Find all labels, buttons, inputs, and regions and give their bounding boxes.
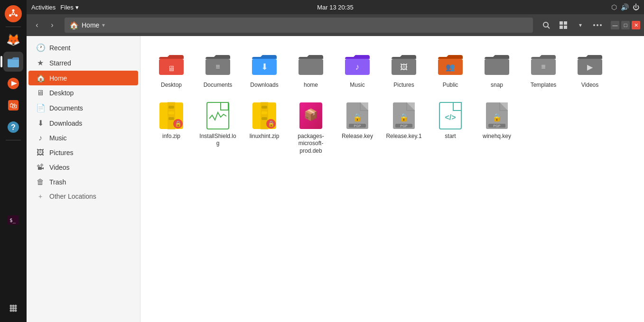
folder-pictures[interactable]: 🖼 Pictures (383, 46, 425, 93)
svg-point-23 (12, 310, 15, 312)
file-release-key-icon: 🔒 PGP (342, 101, 373, 131)
file-release-key[interactable]: 🔒 PGP Release.key (336, 97, 379, 159)
svg-text:🖼: 🖼 (400, 63, 408, 71)
svg-point-1 (12, 9, 15, 12)
folder-home-label: home (304, 82, 318, 89)
svg-point-31 (593, 24, 595, 26)
file-info-zip-label: info.zip (162, 133, 180, 140)
sidebar-item-home[interactable]: 🏠 Home (28, 71, 138, 85)
file-release-key-1[interactable]: 🔒 PGP Release.key.1 (383, 97, 425, 159)
svg-rect-27 (560, 21, 563, 25)
svg-rect-7 (8, 59, 19, 67)
file-manager-window: ‹ › 🏠 Home ▾ ▾ (27, 14, 644, 322)
folder-videos-icon: ▶ (575, 49, 605, 80)
dock-item-software[interactable]: 🛍 (3, 95, 23, 115)
sidebar-item-recent[interactable]: 🕐 Recent (28, 40, 138, 55)
sidebar-item-trash[interactable]: 🗑 Trash (28, 175, 138, 189)
dock-item-files[interactable] (3, 52, 23, 72)
file-packages-deb[interactable]: 📦 packages-microsoft-prod.deb (289, 97, 332, 159)
location-bar[interactable]: 🏠 Home ▾ (65, 18, 533, 33)
sidebar-item-downloads[interactable]: ⬇ Downloads (28, 116, 138, 130)
dock-item-terminal[interactable]: $_ (3, 210, 23, 230)
folder-downloads-icon: ⬇ (249, 49, 280, 80)
documents-sidebar-icon: 📄 (36, 103, 45, 112)
sidebar-label-desktop: Desktop (49, 89, 74, 97)
activities-button[interactable]: Activities (31, 4, 56, 11)
svg-text:♪: ♪ (355, 62, 360, 72)
file-packages-deb-icon: 📦 (296, 101, 326, 131)
sidebar-label-videos: Videos (49, 164, 70, 171)
svg-point-3 (15, 14, 18, 17)
menu-button[interactable] (590, 18, 605, 33)
network-icon[interactable]: ⬡ (611, 3, 617, 11)
file-winehq-key-icon: 🔒 PGP (482, 101, 512, 131)
folder-documents[interactable]: ≡ Documents (196, 46, 239, 93)
dock-item-apps[interactable] (3, 298, 23, 318)
svg-rect-57 (221, 102, 228, 110)
minimize-button[interactable]: — (611, 21, 619, 29)
folder-music[interactable]: ♪ Music (336, 46, 379, 93)
recent-icon: 🕐 (36, 43, 45, 52)
file-info-zip[interactable]: 🔒 info.zip (150, 97, 193, 159)
sidebar-label-downloads: Downloads (49, 120, 82, 127)
sidebar-item-videos[interactable]: 📽 Videos (28, 160, 138, 175)
dock-item-firefox[interactable]: 🦊 (3, 30, 23, 50)
file-winehq-key-label: winehq.key (483, 133, 511, 140)
folder-videos[interactable]: ▶ Videos (569, 46, 611, 93)
sidebar-item-starred[interactable]: ★ Starred (28, 55, 138, 70)
search-button[interactable] (539, 18, 554, 33)
dock-item-help[interactable]: ? (3, 117, 23, 137)
files-menu-arrow: ▾ (75, 4, 79, 11)
home-sidebar-icon: 🏠 (36, 74, 45, 83)
sound-icon[interactable]: 🔊 (621, 3, 629, 11)
pictures-sidebar-icon: 🖼 (36, 148, 45, 157)
forward-button[interactable]: › (46, 18, 59, 32)
back-button[interactable]: ‹ (30, 18, 44, 32)
file-start-icon: </> (435, 101, 466, 131)
sidebar-item-pictures[interactable]: 🖼 Pictures (28, 146, 138, 160)
view-toggle-button[interactable] (556, 18, 571, 33)
svg-text:⬇: ⬇ (261, 62, 268, 72)
svg-point-21 (15, 307, 17, 310)
file-installshield-log-label: InstallShield.log (199, 133, 237, 147)
file-linuxhint-zip[interactable]: 🔒 linuxhint.zip (243, 97, 286, 159)
content-area: 🕐 Recent ★ Starred 🏠 Home 🖥 Desktop 📄 Do… (27, 36, 644, 322)
svg-rect-61 (261, 111, 267, 114)
sort-dropdown-button[interactable]: ▾ (573, 18, 588, 33)
file-start[interactable]: </> start (429, 97, 472, 159)
files-menu[interactable]: Files ▾ (60, 4, 78, 11)
sidebar-item-desktop[interactable]: 🖥 Desktop (28, 86, 138, 100)
sidebar-label-pictures: Pictures (49, 149, 74, 156)
system-bar: Activities Files ▾ Mar 13 20:35 ⬡ 🔊 ⏻ (27, 0, 644, 14)
sidebar-item-documents[interactable]: 📄 Documents (28, 101, 138, 115)
file-winehq-key[interactable]: 🔒 PGP winehq.key (476, 97, 518, 159)
folder-snap[interactable]: snap (476, 46, 518, 93)
dock: 🦊 🛍 ? $_ (0, 0, 27, 322)
sidebar-label-recent: Recent (49, 44, 70, 52)
sidebar-item-music[interactable]: ♪ Music (28, 131, 138, 145)
folder-home[interactable]: home (289, 46, 332, 93)
downloads-sidebar-icon: ⬇ (36, 119, 45, 128)
folder-videos-label: Videos (581, 82, 598, 89)
dock-item-rhythmbox[interactable] (3, 74, 23, 93)
sidebar-label-other-locations: Other Locations (49, 193, 96, 200)
folder-templates-label: Templates (531, 82, 557, 89)
location-dropdown-arrow[interactable]: ▾ (102, 22, 105, 28)
folder-templates[interactable]: ≡ Templates (522, 46, 565, 93)
sidebar-item-other-locations[interactable]: + Other Locations (28, 190, 138, 203)
folder-downloads-label: Downloads (250, 82, 278, 89)
svg-text:</>: </> (445, 113, 456, 121)
file-installshield-log[interactable]: InstallShield.log (196, 97, 239, 159)
maximize-button[interactable]: □ (621, 21, 630, 29)
folder-documents-label: Documents (204, 82, 233, 89)
folder-downloads[interactable]: ⬇ Downloads (243, 46, 286, 93)
dock-item-ubuntu[interactable] (3, 4, 23, 24)
system-bar-datetime: Mar 13 20:35 (317, 4, 354, 11)
folder-desktop[interactable]: 🖥 Desktop (150, 46, 193, 93)
close-button[interactable]: ✕ (632, 21, 640, 29)
starred-icon: ★ (36, 58, 45, 67)
window-controls: — □ ✕ (611, 21, 640, 29)
folder-public[interactable]: 👥 Public (429, 46, 472, 93)
power-icon[interactable]: ⏻ (633, 3, 639, 11)
folder-documents-icon: ≡ (203, 49, 233, 80)
